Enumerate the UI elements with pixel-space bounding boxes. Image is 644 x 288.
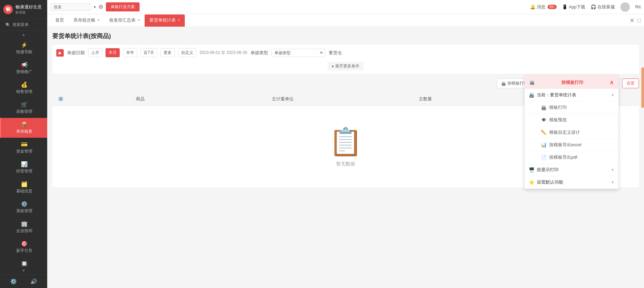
online-service-btn[interactable]: 🎧 在线客服: [591, 4, 615, 10]
print-sub-pdf[interactable]: 📄 按模板导出pdf: [525, 151, 618, 164]
sidebar-search[interactable]: 🔍 搜索菜单: [0, 19, 47, 31]
sub-print-label: 模板打印: [549, 104, 567, 110]
sidebar-item-sales[interactable]: 💰 销售管理: [0, 78, 47, 98]
current-template-icon: 🖨️: [529, 92, 534, 98]
date-btn-this-year[interactable]: 本年: [123, 48, 137, 57]
setting-btn[interactable]: 设置: [622, 78, 639, 88]
topbar-dropdown-arrow[interactable]: ▾: [94, 5, 96, 9]
date-btn-last-month[interactable]: 上月: [88, 48, 102, 57]
sidebar-item-system[interactable]: ⚙️ 系统管理: [0, 197, 47, 217]
tab-collection-summary[interactable]: 收发存汇总表 ×: [105, 14, 145, 27]
tab-order-stats[interactable]: 要货单统计表 ×: [145, 14, 185, 27]
purchase-icon: 🛒: [21, 101, 28, 108]
print-display-print[interactable]: 🖥️ 按显示打印 ▾: [525, 164, 618, 176]
sidebar: 畅 畅康通好生意 标准版 🔍 搜索菜单 ▲ ⚡ 快捷导航 📢 营销推广 💰 销售…: [0, 0, 47, 288]
download-icon: 📱: [562, 4, 567, 9]
online-service-label: 在线客服: [597, 4, 615, 10]
expand-more-btn[interactable]: ▾ 展开更多条件: [328, 62, 363, 70]
expand-more-label: 展开更多条件: [335, 63, 359, 69]
logo-app-name: 畅康通好生意: [16, 4, 42, 10]
sales-label: 销售管理: [16, 89, 32, 95]
sidebar-item-appstore[interactable]: 🔲 应用中心: [0, 257, 47, 267]
sidebar-item-finance[interactable]: 💳 资金管理: [0, 138, 47, 158]
tab-fullscreen-icon[interactable]: □: [637, 18, 641, 24]
date-btn-7days[interactable]: 近7天: [141, 48, 157, 57]
sidebar-item-operation[interactable]: 📊 经营管理: [0, 158, 47, 178]
col-unit: 主计量单位: [212, 96, 354, 102]
display-print-label: 按显示打印: [537, 167, 559, 173]
tab-collection-summary-close[interactable]: ×: [138, 18, 140, 23]
current-template-arrow: ▾: [612, 93, 614, 97]
print-sub-excel[interactable]: 📊 按模板导出excel: [525, 139, 618, 151]
sidebar-nav: ⚡ 快捷导航 📢 营销推广 💰 销售管理 🛒 采购管理 📦 库存核算 💳 资金管…: [0, 38, 47, 267]
quick-nav-icon: ⚡: [21, 42, 28, 48]
messages-btn[interactable]: 🔔 消息 99+: [530, 4, 557, 10]
search-icon: 🔍: [5, 23, 10, 27]
logo-version-badge: 标准版: [16, 10, 42, 15]
print-sub-design[interactable]: ✏️ 模板自定义设计: [525, 126, 618, 139]
tab-close-icon[interactable]: ✕: [630, 17, 635, 24]
date-btn-more[interactable]: 更多: [160, 48, 175, 57]
col-goods: 商品: [69, 96, 212, 102]
sidebar-item-marketing[interactable]: 📢 营销推广: [0, 58, 47, 78]
order-type-select[interactable]: 单据类型: [271, 49, 325, 57]
tab-batch-account-close[interactable]: ×: [97, 18, 100, 23]
sub-excel-icon: 📊: [541, 142, 547, 148]
guide-label: 新手引导: [16, 248, 32, 254]
page-title: 要货单统计表(按商品): [52, 32, 639, 40]
tab-home[interactable]: 首页: [51, 14, 69, 27]
filter-bar: ▶ 单据日期 上月 本月 本年 近7天 更多 自定义 2023-06-01 至 …: [52, 45, 639, 74]
topbar-search-input[interactable]: [51, 3, 91, 11]
col-settings[interactable]: ⚙️: [52, 96, 69, 101]
sidebar-item-enterprise[interactable]: 🏢 企业协同: [0, 217, 47, 237]
sidebar-item-guide[interactable]: 🎯 新手引导: [0, 237, 47, 257]
setting-label: 设置: [626, 81, 635, 86]
filter-expand-btn[interactable]: ▶: [56, 49, 64, 57]
avatar[interactable]: [620, 2, 630, 12]
sales-icon: 💰: [21, 82, 28, 88]
print-dropdown-title: 按模板打印: [561, 79, 583, 86]
operation-icon: 📊: [21, 161, 28, 167]
print-dropdown-close[interactable]: ∧: [610, 79, 614, 86]
username: Rit: [635, 4, 641, 9]
date-btn-custom[interactable]: 自定义: [178, 48, 196, 57]
sound-icon[interactable]: 🔊: [30, 278, 37, 285]
tab-order-stats-close[interactable]: ×: [178, 18, 180, 23]
app-download-btn[interactable]: 📱 App下载: [562, 4, 585, 10]
scroll-down-arrow[interactable]: ▼: [0, 267, 47, 275]
logo-text-block: 畅康通好生意 标准版: [16, 4, 42, 15]
system-label: 系统管理: [16, 208, 32, 214]
set-default-arrow: ▾: [612, 180, 614, 185]
right-scrollbar[interactable]: [641, 67, 644, 108]
print-sub-preview[interactable]: 👁️ 模板预览: [525, 114, 618, 126]
appstore-icon: 🔲: [21, 260, 28, 267]
sidebar-item-inventory[interactable]: 📦 库存核算: [0, 118, 47, 138]
tab-home-label: 首页: [55, 17, 64, 23]
sidebar-item-quick-nav[interactable]: ⚡ 快捷导航: [0, 38, 47, 58]
tab-order-stats-label: 要货单统计表: [149, 17, 176, 23]
action-bar: 🖨️ 按模板打印 ∧ 🖨️ 当前：要货单统计表 ▾ 🖨️ 模板打印 👁️ 模板预…: [52, 77, 639, 90]
col-quantity: 主数量: [354, 96, 497, 102]
sidebar-item-basic[interactable]: 🗂️ 基础信息: [0, 178, 47, 197]
print-set-default[interactable]: ⭐ 设置默认功能 ▾: [525, 176, 618, 189]
print-dropdown-current[interactable]: 🖨️ 当前：要货单统计表 ▾: [525, 89, 618, 101]
scroll-up-arrow[interactable]: ▲: [0, 31, 47, 38]
sidebar-item-purchase[interactable]: 🛒 采购管理: [0, 98, 47, 118]
sub-print-icon: 🖨️: [541, 105, 547, 110]
print-sub-print[interactable]: 🖨️ 模板打印: [525, 101, 618, 114]
topbar: ▾ ⚙ 体验行业方案 🔔 消息 99+ 📱 App下载 🎧 在线客服 Rit: [47, 0, 644, 14]
date-btn-this-month[interactable]: 本月: [106, 48, 120, 57]
settings-icon[interactable]: ⚙️: [10, 278, 17, 285]
current-template-label: 当前：要货单统计表: [537, 92, 576, 98]
finance-label: 资金管理: [16, 149, 32, 154]
guide-icon: 🎯: [21, 241, 28, 247]
tab-batch-account[interactable]: 库存批次账 ×: [69, 14, 105, 27]
experience-btn[interactable]: 体验行业方案: [106, 2, 140, 11]
date-range-display: 2023-06-01 至 2023-06-30: [200, 50, 247, 56]
display-print-arrow: ▾: [612, 167, 614, 172]
set-default-icon: ⭐: [529, 180, 534, 185]
print-dropdown: 🖨️ 按模板打印 ∧ 🖨️ 当前：要货单统计表 ▾ 🖨️ 模板打印 👁️ 模板预…: [524, 75, 619, 189]
print-btn-icon: 🖨️: [501, 81, 506, 86]
date-filter-label: 单据日期: [67, 50, 85, 56]
topbar-gear-icon[interactable]: ⚙: [98, 4, 103, 10]
